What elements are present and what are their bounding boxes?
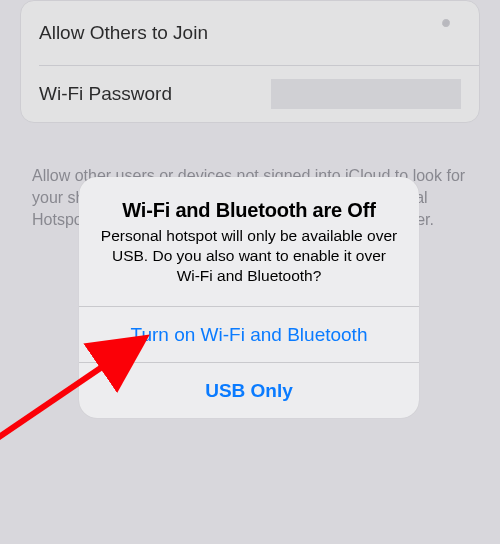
usb-only-button[interactable]: USB Only: [79, 363, 419, 418]
alert-message: Personal hotspot will only be available …: [99, 226, 399, 286]
alert-body: Wi-Fi and Bluetooth are Off Personal hot…: [79, 177, 419, 306]
alert-dialog: Wi-Fi and Bluetooth are Off Personal hot…: [79, 177, 419, 418]
alert-title: Wi-Fi and Bluetooth are Off: [99, 199, 399, 222]
turn-on-wifi-bluetooth-button[interactable]: Turn on Wi-Fi and Bluetooth: [79, 307, 419, 362]
